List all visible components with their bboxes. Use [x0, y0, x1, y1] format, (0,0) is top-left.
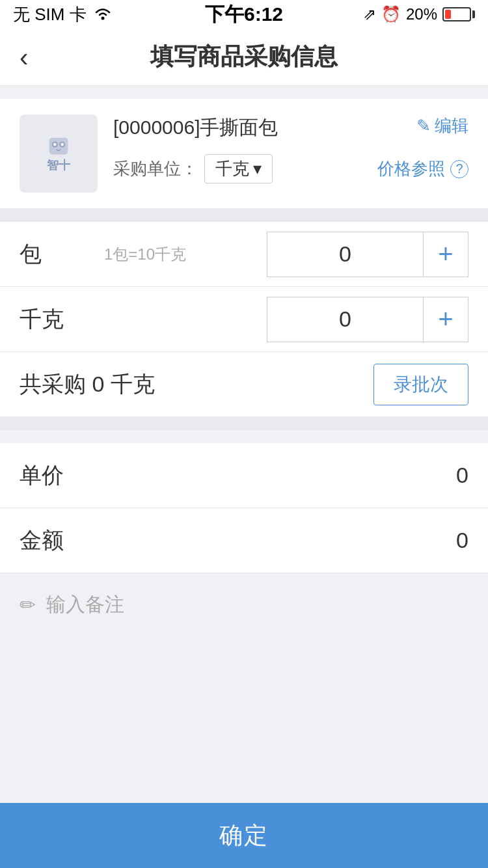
summary-section: 共采购 0 千克 录批次: [0, 352, 488, 417]
back-button[interactable]: ‹: [20, 44, 28, 70]
product-info: [0000006]手撕面包 ✎ 编辑 采购单位： 千克 ▾ 价格参照 ?: [113, 115, 468, 183]
bag-sublabel: 1包=10千克: [104, 244, 186, 265]
price-section: 单价 0 金额 0: [0, 443, 488, 573]
amount-row: 金额 0: [0, 508, 488, 573]
price-ref-button[interactable]: 价格参照 ?: [377, 157, 468, 180]
purchase-unit-row: 采购单位： 千克 ▾ 价格参照 ?: [113, 154, 468, 183]
note-section[interactable]: ✏ 输入备注: [0, 573, 488, 636]
content-fill: [0, 636, 488, 832]
battery-indicator: [442, 7, 475, 21]
status-bar: 无 SIM 卡 下午6:12 ⇗ ⏰ 20%: [0, 0, 488, 29]
dropdown-icon: ▾: [253, 159, 262, 179]
product-card: 智十 [0000006]手撕面包 ✎ 编辑 采购单位： 千克 ▾: [0, 99, 488, 209]
input-section: 包 1包=10千克 + 千克 +: [0, 222, 488, 352]
battery-percent: 20%: [406, 5, 437, 23]
product-logo: 智十: [33, 134, 85, 173]
alarm-icon: ⏰: [381, 5, 401, 23]
amount-value: 0: [456, 528, 468, 553]
unit-price-row: 单价 0: [0, 443, 488, 508]
unit-price-value: 0: [456, 463, 468, 488]
kg-label: 千克: [20, 305, 98, 334]
kg-input-row: 千克 +: [0, 287, 488, 352]
page-title: 填写商品采购信息: [150, 41, 338, 73]
location-icon: ⇗: [363, 5, 376, 23]
bag-quantity-control: +: [267, 232, 468, 277]
svg-point-4: [53, 143, 57, 146]
product-header: [0000006]手撕面包 ✎ 编辑: [113, 115, 468, 141]
bag-plus-button[interactable]: +: [423, 232, 468, 277]
kg-plus-button[interactable]: +: [423, 297, 468, 342]
kg-quantity-control: +: [267, 297, 468, 342]
edit-icon: ✎: [416, 116, 431, 136]
note-placeholder-text: 输入备注: [46, 591, 124, 618]
product-name: [0000006]手撕面包: [113, 115, 278, 141]
status-time: 下午6:12: [205, 1, 283, 28]
purchase-unit-label: 采购单位： 千克 ▾: [113, 154, 273, 183]
svg-point-5: [61, 143, 64, 146]
kg-quantity-input[interactable]: [267, 297, 423, 342]
summary-row: 共采购 0 千克 录批次: [0, 352, 488, 417]
sim-status: 无 SIM 卡: [13, 3, 87, 26]
pencil-icon: ✏: [20, 593, 36, 616]
bag-quantity-input[interactable]: [267, 232, 423, 277]
bag-label: 包: [20, 239, 98, 269]
price-ref-icon: ?: [450, 160, 468, 178]
status-left: 无 SIM 卡: [13, 3, 113, 26]
section-divider-1: [0, 209, 488, 222]
status-right: ⇗ ⏰ 20%: [363, 5, 475, 23]
record-batch-button[interactable]: 录批次: [373, 364, 468, 405]
product-image: 智十: [20, 115, 98, 193]
bag-input-row: 包 1包=10千克 +: [0, 222, 488, 287]
summary-text: 共采购 0 千克: [20, 370, 155, 400]
svg-rect-1: [49, 138, 68, 155]
wifi-icon: [93, 5, 113, 25]
confirm-button[interactable]: 确定: [0, 803, 488, 868]
section-divider-2: [0, 417, 488, 430]
unit-price-label: 单价: [20, 461, 64, 491]
svg-point-0: [101, 16, 104, 20]
unit-dropdown[interactable]: 千克 ▾: [204, 154, 273, 183]
edit-button[interactable]: ✎ 编辑: [416, 115, 468, 137]
amount-label: 金额: [20, 526, 64, 556]
nav-bar: ‹ 填写商品采购信息: [0, 29, 488, 86]
